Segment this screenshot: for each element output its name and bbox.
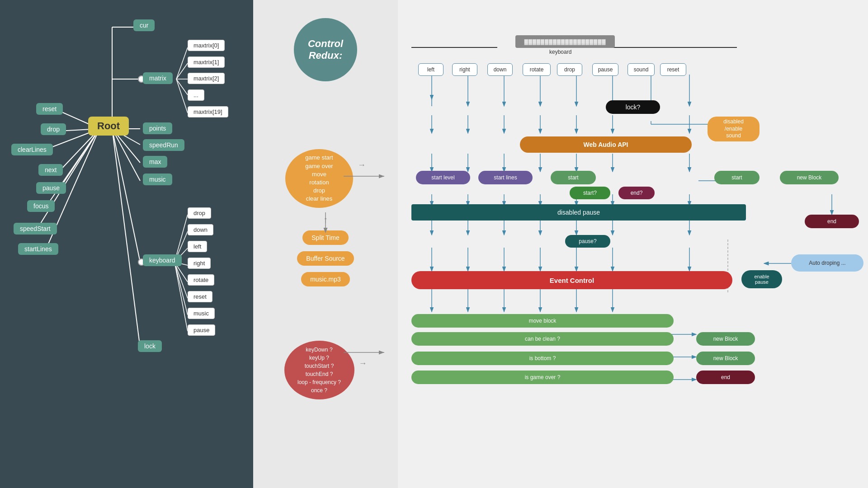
end-2-btn: end <box>696 371 755 384</box>
pause-kb-node: pause <box>188 324 215 336</box>
split-time-bubble: Split Time <box>302 230 348 245</box>
reset-button[interactable]: reset <box>660 63 686 76</box>
keyboard-device: ▓▓▓▓▓▓▓▓▓▓▓▓▓▓▓▓▓▓▓▓ <box>515 35 615 48</box>
flow-diagram-panel: ▓▓▓▓▓▓▓▓▓▓▓▓▓▓▓▓▓▓▓▓ keyboard left right… <box>398 0 868 488</box>
start-q-btn: start? <box>570 187 610 199</box>
startlines-node: startLines <box>18 243 58 255</box>
lock-node-flow: lock? <box>606 100 660 114</box>
svg-line-21 <box>175 262 188 315</box>
svg-line-5 <box>176 63 188 79</box>
reset-node: reset <box>36 103 63 115</box>
maxtrix0-node: maxtrix[0] <box>188 40 225 51</box>
pause-node: pause <box>36 182 66 194</box>
is-bottom-bar: is bottom ? <box>411 352 674 365</box>
music-kb-node: music <box>188 308 215 319</box>
points-node: points <box>143 122 172 134</box>
start-level-btn[interactable]: start level <box>416 171 470 184</box>
middle-panel: Control Redux: game start game over move… <box>253 0 398 488</box>
svg-line-23 <box>112 129 140 348</box>
end-1-btn: end <box>805 215 859 228</box>
drop-node: drop <box>41 123 66 135</box>
move-block-bar: move block <box>411 314 674 328</box>
music-node: music <box>143 174 172 185</box>
maxtrix19-node: maxtrix[19] <box>188 106 228 117</box>
is-game-over-bar: is game over ? <box>411 371 674 384</box>
new-block-1: new Block <box>780 171 839 184</box>
drop-kb-node: drop <box>188 207 211 219</box>
svg-line-14 <box>112 129 140 262</box>
left-kb-node: left <box>188 241 207 252</box>
enable-pause-btn: enable pause <box>741 270 782 288</box>
pause-button[interactable]: pause <box>592 63 618 76</box>
game-events-bubble: game start game over move rotation drop … <box>285 149 353 208</box>
web-audio-api: Web Audio API <box>520 136 692 153</box>
start2-btn: start <box>714 171 760 184</box>
speedrun-node: speedRun <box>143 139 184 151</box>
keyboard-node: keyboard <box>143 254 182 266</box>
rotate-kb-node: rotate <box>188 274 214 286</box>
buffer-source-bubble: Buffer Source <box>297 251 354 266</box>
down-button[interactable]: down <box>487 63 513 76</box>
right-kb-node: right <box>188 258 211 269</box>
rotate-button[interactable]: rotate <box>523 63 551 76</box>
right-button[interactable]: right <box>452 63 477 76</box>
left-button[interactable]: left <box>418 63 443 76</box>
max-node: max <box>143 156 167 168</box>
start-btn[interactable]: start <box>551 171 596 184</box>
event-control-bar: Event Control <box>411 271 732 289</box>
svg-line-20 <box>175 262 188 298</box>
new-block-3: new Block <box>696 352 755 365</box>
disabled-enable-sound: disabled /enable sound <box>708 117 760 141</box>
maxtrix1-node: maxtrix[1] <box>188 56 225 68</box>
focus-node: focus <box>27 200 55 212</box>
ellipsis-node: ... <box>188 89 204 101</box>
keyboard-label: keyboard <box>549 49 571 55</box>
end-q-btn: end? <box>618 187 655 199</box>
start-lines-btn[interactable]: start lines <box>478 171 533 184</box>
new-block-2: new Block <box>696 332 755 346</box>
root-node: Root <box>88 117 129 136</box>
clearlines-node: clearLines <box>11 144 53 155</box>
speedstart-node: speedStart <box>14 223 57 235</box>
control-redux-title: Control Redux: <box>294 18 357 81</box>
matrix-node: matrix <box>143 72 173 84</box>
disabled-pause-bar: disabled pause <box>411 204 746 221</box>
svg-line-8 <box>176 79 188 113</box>
reset-kb-node: reset <box>188 291 212 302</box>
lock-node: lock <box>138 340 162 352</box>
auto-dropping-btn: Auto droping ... <box>791 254 863 272</box>
drop-button[interactable]: drop <box>557 63 582 76</box>
key-events-bubble: keyDown ? keyUp ? touchStart ? touchEnd … <box>284 341 354 399</box>
svg-line-4 <box>176 47 188 79</box>
next-node: next <box>38 164 63 176</box>
can-be-clean-bar: can be clean ? <box>411 332 674 346</box>
music-file-bubble: music.mp3 <box>301 272 350 286</box>
maxtrix2-node: maxtrix[2] <box>188 73 225 84</box>
cur-node: cur <box>133 19 155 31</box>
down-kb-node: down <box>188 224 213 235</box>
sound-button[interactable]: sound <box>627 63 655 76</box>
svg-line-7 <box>176 79 188 95</box>
pause-q-btn: pause? <box>565 235 610 248</box>
mindmap-panel: Root cur matrix maxtrix[0] maxtrix[1] ma… <box>0 0 253 488</box>
